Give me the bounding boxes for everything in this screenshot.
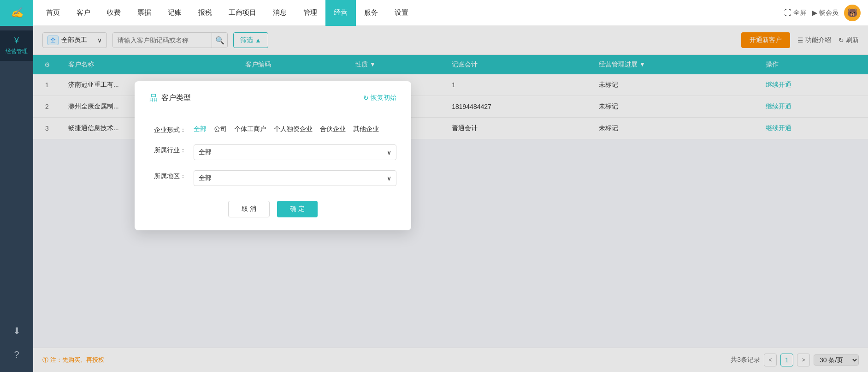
region-label: 所属地区： <box>149 170 186 180</box>
enterprise-option-其他企业[interactable]: 其他企业 <box>353 124 379 134</box>
sidebar-item-label: 经营管理 <box>6 48 28 55</box>
enterprise-option-个人独资企业[interactable]: 个人独资企业 <box>274 124 313 134</box>
cancel-button[interactable]: 取 消 <box>228 201 270 217</box>
nav-item-记账[interactable]: 记账 <box>159 0 190 26</box>
modal-body: 企业形式： 全部公司个体工商户个人独资企业合伙企业其他企业 所属行业： 全部 ∨ <box>149 124 396 186</box>
download-icon: ⬇ <box>13 325 21 336</box>
nav-item-管理[interactable]: 管理 <box>295 0 325 26</box>
enterprise-option-个体工商户[interactable]: 个体工商户 <box>234 124 266 134</box>
sidebar-bottom: ⬇ ? <box>0 321 33 372</box>
region-row: 所属地区： 全部 ∨ <box>149 170 396 186</box>
region-chevron-icon: ∨ <box>387 174 391 182</box>
nav-item-消息[interactable]: 消息 <box>265 0 295 26</box>
fullscreen-icon: ⛶ <box>784 9 791 17</box>
fullscreen-label: 全屏 <box>793 9 806 17</box>
nav-right: ⛶ 全屏 ▶ 畅会员 🐻 <box>784 5 868 21</box>
fullscreen-button[interactable]: ⛶ 全屏 <box>784 9 806 17</box>
region-value: 全部 <box>199 174 212 182</box>
nav-item-报税[interactable]: 报税 <box>190 0 220 26</box>
filter-modal: 品 客户类型 ↻ 恢复初始 企业形式： 全部公司个体工商户个人独资企业合伙企业其… <box>135 81 411 230</box>
nav-items: 首页客户收费票据记账报税工商项目消息管理经营服务设置 <box>33 0 784 25</box>
industry-value: 全部 <box>199 148 212 156</box>
sidebar-item-business-mgmt[interactable]: ¥ 经营管理 <box>0 30 33 61</box>
enterprise-type-options: 全部公司个体工商户个人独资企业合伙企业其他企业 <box>194 124 396 134</box>
main-layout: ¥ 经营管理 ⬇ ? 全 全部员工 ∨ 🔍 筛选 <box>0 26 868 372</box>
main-content: 全 全部员工 ∨ 🔍 筛选 ▲ 开通新客户 ☰ 功能介绍 ↻ 刷新 <box>33 26 868 372</box>
reset-label: 恢复初始 <box>371 94 396 102</box>
nav-item-票据[interactable]: 票据 <box>129 0 159 26</box>
industry-chevron-icon: ∨ <box>387 149 391 156</box>
enterprise-option-公司[interactable]: 公司 <box>214 124 227 134</box>
nav-item-经营[interactable]: 经营 <box>325 0 356 26</box>
nav-item-工商项目[interactable]: 工商项目 <box>220 0 265 26</box>
sidebar: ¥ 经营管理 ⬇ ? <box>0 26 33 372</box>
reset-icon: ↻ <box>363 94 369 102</box>
industry-row: 所属行业： 全部 ∨ <box>149 144 396 160</box>
modal-header: 品 客户类型 ↻ 恢复初始 <box>149 92 396 111</box>
nav-item-收费[interactable]: 收费 <box>99 0 129 26</box>
vip-label: 畅会员 <box>819 9 838 17</box>
modal-footer: 取 消 确 定 <box>149 201 396 217</box>
sidebar-money-icon: ¥ <box>14 36 19 46</box>
logo-icon: ✍ <box>11 7 23 19</box>
nav-item-首页[interactable]: 首页 <box>38 0 68 26</box>
enterprise-type-row: 企业形式： 全部公司个体工商户个人独资企业合伙企业其他企业 <box>149 124 396 134</box>
enterprise-type-label: 企业形式： <box>149 124 186 134</box>
modal-reset-button[interactable]: ↻ 恢复初始 <box>363 94 396 102</box>
industry-label: 所属行业： <box>149 144 186 155</box>
logo-area: ✍ <box>0 0 33 26</box>
vip-button[interactable]: ▶ 畅会员 <box>812 8 838 17</box>
enterprise-option-全部[interactable]: 全部 <box>194 124 207 134</box>
top-nav: ✍ 首页客户收费票据记账报税工商项目消息管理经营服务设置 ⛶ 全屏 ▶ 畅会员 … <box>0 0 868 26</box>
nav-item-客户[interactable]: 客户 <box>68 0 99 26</box>
modal-title: 品 客户类型 <box>149 92 191 103</box>
sidebar-help-button[interactable]: ? <box>0 345 33 365</box>
nav-item-服务[interactable]: 服务 <box>356 0 386 26</box>
modal-overlay: 品 客户类型 ↻ 恢复初始 企业形式： 全部公司个体工商户个人独资企业合伙企业其… <box>33 26 868 372</box>
industry-select[interactable]: 全部 ∨ <box>194 144 396 160</box>
nav-item-设置[interactable]: 设置 <box>386 0 417 26</box>
vip-icon: ▶ <box>812 8 817 17</box>
help-icon: ? <box>14 349 19 360</box>
sidebar-download-button[interactable]: ⬇ <box>0 321 33 341</box>
modal-title-text: 客户类型 <box>161 93 191 103</box>
industry-select-wrapper: 全部 ∨ <box>194 144 396 160</box>
avatar[interactable]: 🐻 <box>844 5 861 21</box>
modal-title-icon: 品 <box>149 92 158 103</box>
enterprise-option-合伙企业[interactable]: 合伙企业 <box>320 124 346 134</box>
confirm-button[interactable]: 确 定 <box>277 201 318 217</box>
region-select-wrapper: 全部 ∨ <box>194 170 396 186</box>
region-select[interactable]: 全部 ∨ <box>194 170 396 186</box>
